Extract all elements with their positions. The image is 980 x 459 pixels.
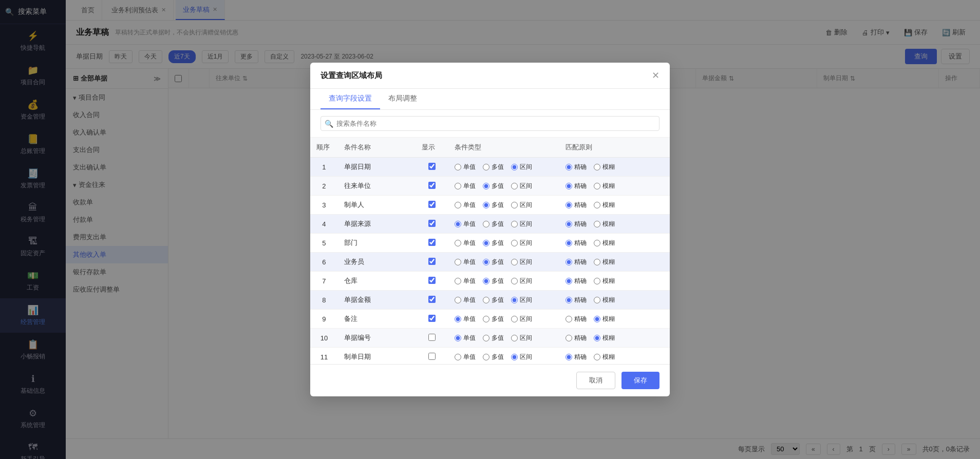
type-radio-多值-3[interactable] <box>483 202 489 208</box>
show-checkbox-11[interactable] <box>428 353 436 360</box>
type-radio-区间-10[interactable] <box>511 335 518 341</box>
show-checkbox-7[interactable] <box>428 277 436 284</box>
type-option-多值-4[interactable]: 多值 <box>483 220 504 228</box>
show-checkbox-5[interactable] <box>428 239 436 246</box>
type-radio-单值-5[interactable] <box>455 240 461 246</box>
type-option-区间-5[interactable]: 区间 <box>511 239 532 247</box>
match-radio-精确-5[interactable] <box>566 240 572 246</box>
match-radio-模糊-3[interactable] <box>594 202 600 208</box>
match-option-精确-6[interactable]: 精确 <box>566 258 587 266</box>
type-option-多值-9[interactable]: 多值 <box>483 315 504 323</box>
type-radio-单值-1[interactable] <box>455 164 461 170</box>
type-option-多值-6[interactable]: 多值 <box>483 258 504 266</box>
type-option-区间-10[interactable]: 区间 <box>511 334 532 342</box>
type-option-区间-8[interactable]: 区间 <box>511 296 532 304</box>
type-radio-多值-5[interactable] <box>483 240 489 246</box>
match-radio-精确-2[interactable] <box>566 183 572 189</box>
match-option-精确-7[interactable]: 精确 <box>566 277 587 285</box>
match-radio-模糊-11[interactable] <box>594 354 600 360</box>
match-radio-模糊-9[interactable] <box>594 316 600 322</box>
type-option-单值-6[interactable]: 单值 <box>455 258 476 266</box>
type-option-多值-7[interactable]: 多值 <box>483 277 504 285</box>
type-option-多值-5[interactable]: 多值 <box>483 239 504 247</box>
match-radio-模糊-1[interactable] <box>594 164 600 170</box>
type-radio-单值-10[interactable] <box>455 335 461 341</box>
show-checkbox-6[interactable] <box>428 258 436 265</box>
type-option-单值-3[interactable]: 单值 <box>455 201 476 209</box>
match-radio-模糊-2[interactable] <box>594 183 600 189</box>
match-option-模糊-4[interactable]: 模糊 <box>594 220 615 228</box>
match-radio-模糊-6[interactable] <box>594 259 600 265</box>
modal-tab-fields[interactable]: 查询字段设置 <box>321 89 380 109</box>
match-radio-精确-3[interactable] <box>566 202 572 208</box>
type-option-多值-1[interactable]: 多值 <box>483 163 504 171</box>
type-option-区间-6[interactable]: 区间 <box>511 258 532 266</box>
modal-save-button[interactable]: 保存 <box>621 372 659 389</box>
type-radio-单值-11[interactable] <box>455 354 461 360</box>
match-radio-模糊-4[interactable] <box>594 221 600 227</box>
type-radio-区间-9[interactable] <box>511 316 518 322</box>
match-option-模糊-10[interactable]: 模糊 <box>594 334 615 342</box>
match-option-模糊-3[interactable]: 模糊 <box>594 201 615 209</box>
type-radio-区间-3[interactable] <box>511 202 518 208</box>
type-option-区间-7[interactable]: 区间 <box>511 277 532 285</box>
type-radio-多值-8[interactable] <box>483 297 489 303</box>
match-option-精确-2[interactable]: 精确 <box>566 182 587 190</box>
type-option-区间-1[interactable]: 区间 <box>511 163 532 171</box>
match-radio-精确-8[interactable] <box>566 297 572 303</box>
type-radio-单值-3[interactable] <box>455 202 461 208</box>
type-radio-区间-2[interactable] <box>511 183 518 189</box>
show-checkbox-3[interactable] <box>428 201 436 208</box>
modal-close-button[interactable]: ✕ <box>652 70 659 81</box>
match-option-精确-8[interactable]: 精确 <box>566 296 587 304</box>
match-radio-模糊-10[interactable] <box>594 335 600 341</box>
type-radio-多值-1[interactable] <box>483 164 489 170</box>
match-radio-精确-4[interactable] <box>566 221 572 227</box>
modal-tab-layout[interactable]: 布局调整 <box>380 89 425 109</box>
cancel-button[interactable]: 取消 <box>576 372 615 389</box>
match-option-模糊-5[interactable]: 模糊 <box>594 239 615 247</box>
type-radio-多值-7[interactable] <box>483 278 489 284</box>
match-option-精确-11[interactable]: 精确 <box>566 353 587 361</box>
type-option-多值-3[interactable]: 多值 <box>483 201 504 209</box>
type-option-单值-7[interactable]: 单值 <box>455 277 476 285</box>
show-checkbox-8[interactable] <box>428 296 436 303</box>
type-option-区间-11[interactable]: 区间 <box>511 353 532 361</box>
match-radio-精确-10[interactable] <box>566 335 572 341</box>
type-option-单值-1[interactable]: 单值 <box>455 163 476 171</box>
type-option-区间-9[interactable]: 区间 <box>511 315 532 323</box>
type-option-多值-10[interactable]: 多值 <box>483 334 504 342</box>
type-radio-单值-4[interactable] <box>455 221 461 227</box>
match-option-精确-10[interactable]: 精确 <box>566 334 587 342</box>
match-radio-精确-11[interactable] <box>566 354 572 360</box>
match-radio-模糊-5[interactable] <box>594 240 600 246</box>
type-radio-单值-6[interactable] <box>455 259 461 265</box>
match-option-模糊-7[interactable]: 模糊 <box>594 277 615 285</box>
type-radio-多值-4[interactable] <box>483 221 489 227</box>
match-option-模糊-1[interactable]: 模糊 <box>594 163 615 171</box>
type-radio-单值-8[interactable] <box>455 297 461 303</box>
type-radio-单值-7[interactable] <box>455 278 461 284</box>
show-checkbox-2[interactable] <box>428 182 436 189</box>
match-radio-精确-7[interactable] <box>566 278 572 284</box>
type-radio-区间-6[interactable] <box>511 259 518 265</box>
type-radio-区间-4[interactable] <box>511 221 518 227</box>
type-option-单值-4[interactable]: 单值 <box>455 220 476 228</box>
type-radio-多值-11[interactable] <box>483 354 489 360</box>
type-option-多值-8[interactable]: 多值 <box>483 296 504 304</box>
type-radio-多值-2[interactable] <box>483 183 489 189</box>
show-checkbox-4[interactable] <box>428 220 436 227</box>
match-option-精确-3[interactable]: 精确 <box>566 201 587 209</box>
match-radio-精确-6[interactable] <box>566 259 572 265</box>
modal-search-input[interactable] <box>321 116 659 131</box>
type-radio-多值-10[interactable] <box>483 335 489 341</box>
type-radio-区间-8[interactable] <box>511 297 518 303</box>
type-radio-多值-6[interactable] <box>483 259 489 265</box>
type-option-区间-4[interactable]: 区间 <box>511 220 532 228</box>
match-option-精确-9[interactable]: 精确 <box>566 315 587 323</box>
match-radio-精确-9[interactable] <box>566 316 572 322</box>
type-option-单值-5[interactable]: 单值 <box>455 239 476 247</box>
type-radio-区间-5[interactable] <box>511 240 518 246</box>
match-radio-模糊-7[interactable] <box>594 278 600 284</box>
type-option-单值-11[interactable]: 单值 <box>455 353 476 361</box>
